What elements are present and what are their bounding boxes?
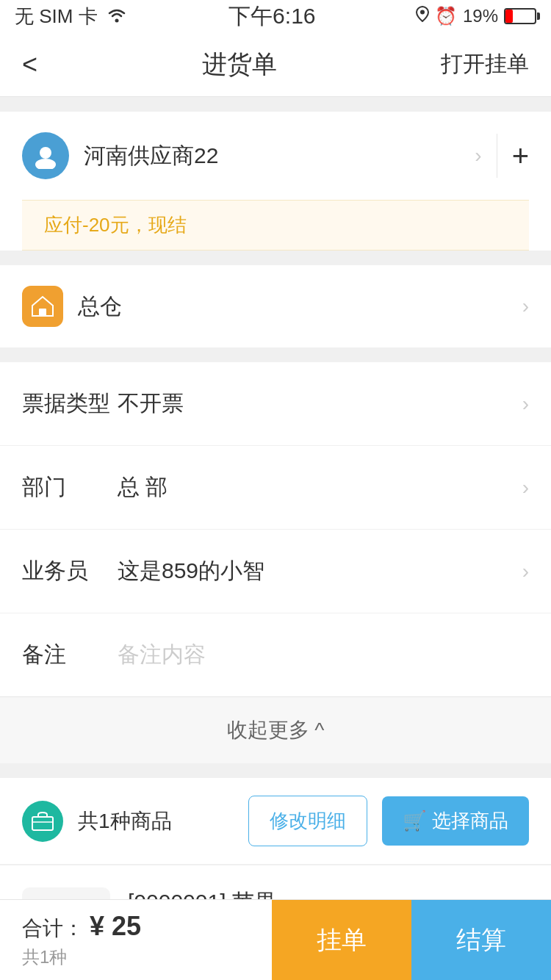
nav-bar: < 进货单 打开挂单	[0, 32, 551, 97]
svg-point-0	[115, 18, 118, 22]
gap-2	[0, 251, 551, 265]
svg-point-1	[420, 10, 425, 15]
salesman-value: 这是859的小智	[118, 556, 522, 586]
alarm-icon: ⏰	[435, 6, 457, 26]
remark-row[interactable]: 备注 备注内容	[0, 613, 551, 696]
remark-value: 备注内容	[118, 640, 529, 670]
edit-detail-button[interactable]: 修改明细	[248, 796, 367, 846]
footer: 合计： ¥ 25 共1种 挂单 结算	[0, 899, 551, 980]
open-hold-button[interactable]: 打开挂单	[441, 49, 529, 79]
battery-percent: 19%	[463, 6, 498, 26]
salesman-label: 业务员	[22, 556, 118, 586]
invoice-chevron: ›	[522, 392, 529, 416]
supplier-name[interactable]: 河南供应商22	[84, 141, 475, 171]
department-chevron: ›	[522, 476, 529, 500]
status-left: 无 SIM 卡	[15, 4, 129, 29]
footer-total: 合计： ¥ 25 共1种	[0, 900, 272, 980]
remark-label: 备注	[22, 640, 118, 670]
supplier-avatar	[22, 132, 69, 179]
status-right: ⏰ 19%	[416, 6, 536, 26]
notice-text: 应付-20元，现结	[44, 214, 187, 236]
collapse-label: 收起更多 ^	[227, 718, 325, 741]
warehouse-name: 总仓	[78, 292, 522, 322]
total-amount: ¥ 25	[90, 911, 141, 942]
warehouse-icon	[22, 286, 63, 327]
gap-1	[0, 97, 551, 112]
carrier-text: 无 SIM 卡	[15, 4, 98, 29]
svg-point-3	[35, 159, 56, 169]
wifi-icon	[105, 5, 129, 28]
product-header: 共1种商品 修改明细 🛒 选择商品	[0, 778, 551, 864]
salesman-row[interactable]: 业务员 这是859的小智 ›	[0, 530, 551, 613]
product-count-label: 共1种商品	[78, 807, 234, 835]
department-label: 部门	[22, 472, 118, 502]
svg-point-2	[40, 147, 51, 159]
hold-button[interactable]: 挂单	[272, 900, 411, 980]
status-time: 下午6:16	[228, 1, 315, 32]
invoice-type-row[interactable]: 票据类型 不开票 ›	[0, 362, 551, 446]
select-product-label: 选择商品	[432, 808, 508, 834]
invoice-type-value: 不开票	[118, 389, 522, 419]
warehouse-chevron: ›	[522, 295, 529, 318]
salesman-chevron: ›	[522, 560, 529, 583]
total-label-text: 合计：	[22, 915, 84, 943]
svg-rect-5	[32, 817, 53, 830]
back-button[interactable]: <	[22, 49, 37, 80]
add-button[interactable]: +	[512, 140, 529, 173]
battery-icon	[504, 8, 536, 24]
footer-total-label: 合计： ¥ 25	[22, 911, 250, 943]
select-product-button[interactable]: 🛒 选择商品	[382, 796, 529, 846]
invoice-type-label: 票据类型	[22, 389, 118, 419]
divider	[497, 134, 497, 178]
supplier-section: 河南供应商22 › + 应付-20元，现结	[0, 112, 551, 251]
checkout-button[interactable]: 结算	[411, 900, 551, 980]
warehouse-row[interactable]: 总仓 ›	[0, 265, 551, 347]
department-row[interactable]: 部门 总 部 ›	[0, 446, 551, 530]
page-title: 进货单	[202, 48, 277, 82]
location-icon	[416, 6, 429, 26]
form-section: 票据类型 不开票 › 部门 总 部 › 业务员 这是859的小智 › 备注 备注…	[0, 362, 551, 696]
status-bar: 无 SIM 卡 下午6:16 ⏰ 19%	[0, 0, 551, 32]
collapse-button[interactable]: 收起更多 ^	[0, 696, 551, 763]
supplier-chevron: ›	[475, 144, 481, 167]
supplier-row: 河南供应商22 › +	[22, 112, 529, 200]
product-count-icon	[22, 801, 63, 842]
svg-rect-4	[39, 309, 46, 316]
cart-icon: 🛒	[403, 810, 426, 832]
department-value: 总 部	[118, 472, 522, 502]
notice-bar: 应付-20元，现结	[22, 200, 529, 251]
footer-sub: 共1种	[22, 945, 250, 969]
